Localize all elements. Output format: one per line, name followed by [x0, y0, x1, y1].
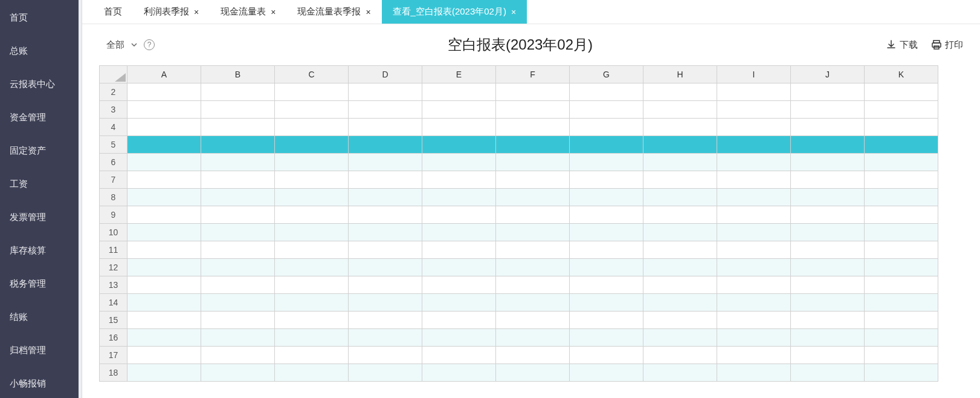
cell-E12[interactable]	[422, 259, 496, 276]
cell-F18[interactable]	[496, 364, 570, 382]
cell-G6[interactable]	[570, 154, 643, 171]
cell-D4[interactable]	[349, 119, 422, 136]
cell-J5[interactable]	[791, 136, 865, 154]
cell-E9[interactable]	[422, 206, 496, 224]
cell-A12[interactable]	[127, 259, 201, 276]
cell-B16[interactable]	[201, 329, 275, 347]
cell-G10[interactable]	[570, 224, 643, 241]
col-header-D[interactable]: D	[349, 66, 422, 83]
cell-H8[interactable]	[643, 189, 717, 206]
cell-J8[interactable]	[791, 189, 865, 206]
cell-E17[interactable]	[422, 347, 496, 364]
col-header-K[interactable]: K	[865, 66, 938, 83]
row-header-16[interactable]: 16	[100, 329, 127, 347]
cell-B3[interactable]	[201, 101, 275, 119]
cell-K7[interactable]	[865, 171, 938, 189]
cell-B13[interactable]	[201, 276, 275, 294]
cell-I14[interactable]	[717, 294, 791, 312]
cell-G7[interactable]	[570, 171, 643, 189]
cell-C2[interactable]	[275, 83, 349, 101]
row-header-6[interactable]: 6	[100, 154, 127, 171]
tab-3[interactable]: 现金流量表季报×	[286, 0, 381, 24]
cell-I13[interactable]	[717, 276, 791, 294]
cell-G16[interactable]	[570, 329, 643, 347]
cell-B15[interactable]	[201, 312, 275, 329]
download-button[interactable]: 下载	[886, 39, 918, 51]
cell-I11[interactable]	[717, 241, 791, 259]
cell-K11[interactable]	[865, 241, 938, 259]
cell-A3[interactable]	[127, 101, 201, 119]
cell-H5[interactable]	[643, 136, 717, 154]
cell-H14[interactable]	[643, 294, 717, 312]
cell-H6[interactable]	[643, 154, 717, 171]
cell-C9[interactable]	[275, 206, 349, 224]
cell-A2[interactable]	[127, 83, 201, 101]
cell-B18[interactable]	[201, 364, 275, 382]
col-header-A[interactable]: A	[127, 66, 201, 83]
cell-C14[interactable]	[275, 294, 349, 312]
cell-K5[interactable]	[865, 136, 938, 154]
cell-A6[interactable]	[127, 154, 201, 171]
cell-C12[interactable]	[275, 259, 349, 276]
cell-K14[interactable]	[865, 294, 938, 312]
sidebar-item-3[interactable]: 资金管理	[0, 101, 79, 134]
cell-A13[interactable]	[127, 276, 201, 294]
cell-H9[interactable]	[643, 206, 717, 224]
row-header-5[interactable]: 5	[100, 136, 127, 154]
cell-E2[interactable]	[422, 83, 496, 101]
cell-D7[interactable]	[349, 171, 422, 189]
close-icon[interactable]: ×	[271, 7, 276, 17]
cell-I9[interactable]	[717, 206, 791, 224]
cell-K18[interactable]	[865, 364, 938, 382]
cell-H4[interactable]	[643, 119, 717, 136]
cell-G4[interactable]	[570, 119, 643, 136]
cell-G17[interactable]	[570, 347, 643, 364]
cell-I2[interactable]	[717, 83, 791, 101]
cell-F8[interactable]	[496, 189, 570, 206]
cell-E16[interactable]	[422, 329, 496, 347]
cell-K17[interactable]	[865, 347, 938, 364]
cell-C16[interactable]	[275, 329, 349, 347]
cell-J12[interactable]	[791, 259, 865, 276]
cell-C3[interactable]	[275, 101, 349, 119]
cell-C10[interactable]	[275, 224, 349, 241]
cell-B11[interactable]	[201, 241, 275, 259]
row-header-11[interactable]: 11	[100, 241, 127, 259]
row-header-3[interactable]: 3	[100, 101, 127, 119]
cell-J13[interactable]	[791, 276, 865, 294]
cell-I17[interactable]	[717, 347, 791, 364]
col-header-G[interactable]: G	[570, 66, 643, 83]
cell-F16[interactable]	[496, 329, 570, 347]
cell-D15[interactable]	[349, 312, 422, 329]
cell-I15[interactable]	[717, 312, 791, 329]
cell-A8[interactable]	[127, 189, 201, 206]
cell-A17[interactable]	[127, 347, 201, 364]
cell-G12[interactable]	[570, 259, 643, 276]
cell-I12[interactable]	[717, 259, 791, 276]
cell-E7[interactable]	[422, 171, 496, 189]
cell-A15[interactable]	[127, 312, 201, 329]
cell-F14[interactable]	[496, 294, 570, 312]
cell-C8[interactable]	[275, 189, 349, 206]
col-header-B[interactable]: B	[201, 66, 275, 83]
cell-K3[interactable]	[865, 101, 938, 119]
cell-J4[interactable]	[791, 119, 865, 136]
cell-H15[interactable]	[643, 312, 717, 329]
cell-F11[interactable]	[496, 241, 570, 259]
row-header-15[interactable]: 15	[100, 312, 127, 329]
filter-label[interactable]: 全部	[106, 39, 124, 51]
tab-0[interactable]: 首页	[93, 0, 133, 24]
sidebar-item-9[interactable]: 结账	[0, 301, 79, 334]
cell-F12[interactable]	[496, 259, 570, 276]
cell-F5[interactable]	[496, 136, 570, 154]
print-button[interactable]: 打印	[931, 39, 963, 51]
cell-C17[interactable]	[275, 347, 349, 364]
cell-A10[interactable]	[127, 224, 201, 241]
cell-G2[interactable]	[570, 83, 643, 101]
cell-K16[interactable]	[865, 329, 938, 347]
cell-B6[interactable]	[201, 154, 275, 171]
cell-D11[interactable]	[349, 241, 422, 259]
cell-K10[interactable]	[865, 224, 938, 241]
row-header-17[interactable]: 17	[100, 347, 127, 364]
row-header-9[interactable]: 9	[100, 206, 127, 224]
